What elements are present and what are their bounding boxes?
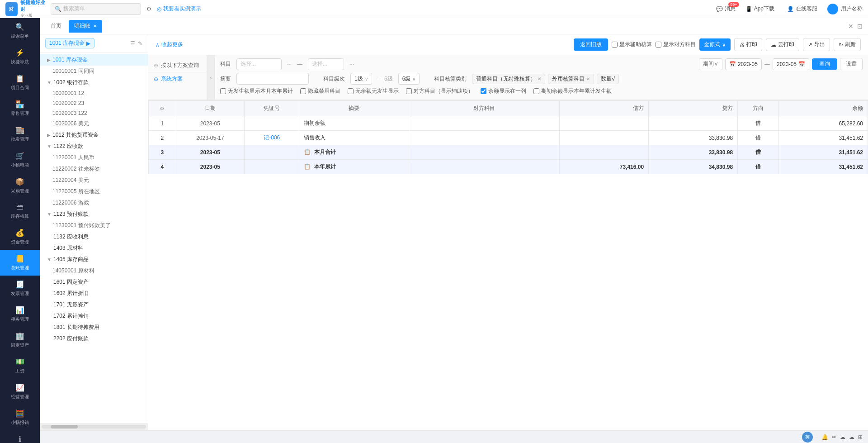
sidebar-item-ecommerce[interactable]: 🛒 小畅电商 bbox=[0, 147, 40, 173]
tree-item-1001[interactable]: ▶ 1001 库存现金 bbox=[40, 54, 148, 66]
tree-item-14050001[interactable]: 14050001 原材料 bbox=[40, 265, 148, 276]
sidebar-item-fixed-assets[interactable]: 🏢 固定资产 bbox=[0, 327, 40, 353]
tree-edit-icon[interactable]: ✎ bbox=[138, 40, 142, 47]
checkbox-opposite-input[interactable] bbox=[406, 88, 412, 94]
lang-switch-btn[interactable]: 英 bbox=[802, 432, 813, 443]
return-old-version-btn[interactable]: 返回旧版 bbox=[574, 38, 608, 51]
cloud-print-btn[interactable]: ☁ 云打印 bbox=[766, 38, 799, 51]
sidebar-item-expense[interactable]: 🧮 小畅报销 bbox=[0, 405, 40, 430]
tab-detail[interactable]: 明细账 ✕ bbox=[69, 20, 102, 33]
tree-item-1122[interactable]: ▼ 1122 应收款 bbox=[40, 141, 148, 152]
refresh-btn[interactable]: ↻ 刷新 bbox=[834, 38, 861, 51]
checkbox-hide-disabled[interactable]: 隐藏禁用科目 bbox=[300, 87, 340, 95]
tab-maximize-icon[interactable]: ⊡ bbox=[857, 23, 863, 30]
tree-item-1702[interactable]: 1702 累计摊销 bbox=[40, 310, 148, 322]
tag-quantity[interactable]: 数量√ bbox=[597, 74, 619, 84]
sidebar-item-capital[interactable]: 💰 资金管理 bbox=[0, 224, 40, 250]
sidebar-item-search[interactable]: 🔍 搜索菜单 bbox=[0, 18, 40, 44]
sidebar-item-payroll[interactable]: 💵 工资 bbox=[0, 353, 40, 379]
sidebar-item-retail[interactable]: 🏪 零售管理 bbox=[0, 95, 40, 121]
checkbox-show-period-input[interactable] bbox=[533, 88, 539, 94]
checkbox-no-balance[interactable]: 无余额无发生显示 bbox=[348, 87, 399, 95]
tree-item-1012[interactable]: ▶ 1012 其他货币资金 bbox=[40, 129, 148, 141]
demo-link[interactable]: ◎ 我要看实例演示 bbox=[157, 5, 201, 13]
checkbox-opposite[interactable]: 对方科目（显示辅助项） bbox=[406, 87, 473, 95]
tree-item-1405[interactable]: ▼ 1405 库存商品 bbox=[40, 254, 148, 265]
checkbox-show-one-col[interactable]: 余额显示在一列 bbox=[481, 87, 526, 95]
sidebar-item-basic-info[interactable]: ℹ 基础信息 bbox=[0, 430, 40, 443]
filter-panel-collapse-btn[interactable]: ‹ bbox=[208, 55, 215, 100]
checkbox-show-period[interactable]: 期初余额显示本年累计发生额 bbox=[533, 87, 612, 95]
subject-end-input[interactable]: 选择... bbox=[308, 58, 344, 70]
tag-foreign-close[interactable]: ✕ bbox=[586, 76, 590, 81]
gear-settings[interactable]: ⚙ bbox=[146, 6, 151, 12]
sidebar-item-ledger[interactable]: 📒 总账管理 bbox=[0, 250, 40, 276]
user-area[interactable]: 用户名称 bbox=[827, 4, 863, 14]
sidebar-item-wholesale[interactable]: 🏬 批发管理 bbox=[0, 121, 40, 147]
level-end-dropdown[interactable]: 6级 ∨ bbox=[398, 73, 420, 85]
tab-window-close-icon[interactable]: ✕ bbox=[848, 23, 854, 30]
summary-input[interactable] bbox=[236, 73, 309, 85]
tree-item-10020006[interactable]: 10020006 美元 bbox=[40, 118, 148, 129]
sidebar-item-inventory[interactable]: 🗃 库存核算 bbox=[0, 199, 40, 224]
tree-item-1002[interactable]: ▼ 1002 银行存款 bbox=[40, 77, 148, 88]
checkbox-no-balance-input[interactable] bbox=[348, 88, 354, 94]
checkbox-hide-disabled-input[interactable] bbox=[300, 88, 306, 94]
show-opposite-input[interactable] bbox=[656, 42, 661, 48]
checkbox-no-occur-input[interactable] bbox=[220, 88, 226, 94]
app-download-btn[interactable]: 📱 App下载 bbox=[743, 5, 777, 13]
status-icon-2[interactable]: ✏ bbox=[832, 434, 836, 440]
tree-item-11220005[interactable]: 11220005 所在地区 bbox=[40, 186, 148, 197]
show-check-input[interactable] bbox=[612, 42, 618, 48]
period-dropdown[interactable]: 期间∨ bbox=[699, 58, 722, 70]
col-gear[interactable]: ⚙ bbox=[149, 101, 176, 116]
top-search-bar[interactable]: 🔍 搜索菜单 bbox=[51, 3, 141, 15]
format-dropdown-btn[interactable]: 金额式 ∨ bbox=[699, 38, 731, 51]
tree-item-1602[interactable]: 1602 累计折旧 bbox=[40, 288, 148, 299]
sidebar-item-project[interactable]: 📋 项目合同 bbox=[0, 70, 40, 95]
show-opposite-checkbox[interactable]: 显示对方科目 bbox=[656, 41, 696, 48]
collapse-more-btn[interactable]: ∧ 收起更多 bbox=[156, 41, 183, 48]
tree-item-1123[interactable]: ▼ 1123 预付账款 bbox=[40, 209, 148, 220]
sidebar-item-purchase[interactable]: 📦 采购管理 bbox=[0, 173, 40, 199]
setting-btn[interactable]: 设置 bbox=[840, 58, 863, 70]
online-service-btn[interactable]: 👤 在线客服 bbox=[784, 5, 820, 13]
tree-item-11220006[interactable]: 11220006 游戏 bbox=[40, 197, 148, 209]
voucher-link-2[interactable]: 记-006 bbox=[264, 134, 280, 141]
tree-item-10020001[interactable]: 10020001 12 bbox=[40, 88, 148, 98]
query-btn[interactable]: 查询 bbox=[812, 58, 837, 70]
tree-item-2202[interactable]: 2202 应付账款 bbox=[40, 333, 148, 344]
checkbox-show-one-col-input[interactable] bbox=[481, 88, 486, 94]
tag-normal-close[interactable]: ✕ bbox=[538, 76, 541, 81]
status-icon-4[interactable]: ☁ bbox=[849, 434, 854, 440]
period-start-date[interactable]: 📅 2023-05 bbox=[725, 58, 762, 70]
level-start-dropdown[interactable]: 1级 ∨ bbox=[350, 73, 372, 85]
status-icon-1[interactable]: 🔔 bbox=[821, 434, 828, 440]
tree-item-1601[interactable]: 1601 固定资产 bbox=[40, 276, 148, 288]
tree-item-1701[interactable]: 1701 无形资产 bbox=[40, 299, 148, 310]
message-btn[interactable]: 💬 99+ 消息 bbox=[716, 5, 736, 13]
tab-home[interactable]: 首页 bbox=[45, 20, 67, 33]
tree-item-10010001[interactable]: 10010001 同同同 bbox=[40, 66, 148, 77]
subject-start-input[interactable]: 选择... bbox=[236, 58, 282, 70]
tab-close-icon[interactable]: ✕ bbox=[93, 24, 97, 29]
status-icon-3[interactable]: ☁ bbox=[840, 434, 845, 440]
tree-list-icon[interactable]: ☰ bbox=[130, 40, 135, 47]
tree-item-11220001[interactable]: 11220001 人民币 bbox=[40, 152, 148, 163]
tree-item-11220004[interactable]: 11220004 美元 bbox=[40, 175, 148, 186]
tree-selected-tag[interactable]: 1001 库存现金 ▶ bbox=[45, 38, 94, 48]
show-check-checkbox[interactable]: 显示辅助核算 bbox=[612, 41, 652, 48]
sidebar-item-quick-nav[interactable]: ⚡ 快捷导航 bbox=[0, 44, 40, 70]
system-plan-option[interactable]: ⊙ 系统方案 bbox=[148, 72, 207, 86]
sidebar-item-invoice[interactable]: 🧾 发票管理 bbox=[0, 276, 40, 301]
tree-item-11230001[interactable]: 11230001 预付账款美了 bbox=[40, 220, 148, 231]
tree-item-1801[interactable]: 1801 长期待摊费用 bbox=[40, 322, 148, 333]
tree-item-10020002[interactable]: 10020002 23 bbox=[40, 98, 148, 108]
status-icon-5[interactable]: ⊞ bbox=[858, 434, 863, 440]
sidebar-item-business[interactable]: 📈 经营管理 bbox=[0, 379, 40, 405]
checkbox-no-occur[interactable]: 无发生额显示本月本年累计 bbox=[220, 87, 293, 95]
tree-horizontal-scrollbar[interactable] bbox=[40, 423, 148, 430]
tree-item-11220002[interactable]: 11220002 往来标签 bbox=[40, 163, 148, 175]
print-btn[interactable]: 🖨 打印 bbox=[734, 38, 762, 51]
sidebar-item-tax[interactable]: 📊 税务管理 bbox=[0, 301, 40, 327]
